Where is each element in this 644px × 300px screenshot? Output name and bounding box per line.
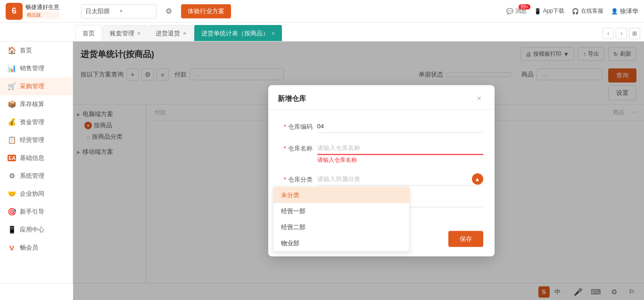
sidebar-item-operation-label: 经营管理	[20, 136, 44, 144]
sidebar-item-inventory-label: 库存核算	[20, 100, 44, 108]
avatar-icon: 👤	[611, 8, 618, 15]
logo-badge: 精品版	[25, 11, 59, 19]
tabbar: 首页 账套管理 × 进货退货 × 进货单统计表（按商品） × ‹ › ⊞	[0, 23, 644, 42]
tab-home-label: 首页	[83, 29, 95, 38]
collab-icon: 🤝	[8, 190, 16, 198]
logo-text: 畅捷通好生意	[25, 3, 59, 11]
sidebar-item-collab-label: 企业协同	[20, 190, 44, 198]
sidebar-item-basic-info[interactable]: EA 基础信息	[0, 149, 73, 167]
tab-purchase-return-close[interactable]: ×	[183, 30, 186, 37]
tab-purchase-stats-close[interactable]: ×	[272, 30, 275, 37]
user-avatar[interactable]: 👤 徐泽华	[611, 7, 638, 16]
system-icon: ⚙	[8, 172, 16, 180]
guide-icon: 🎯	[8, 208, 16, 216]
content-area: 进货单统计(按商品) 🖨 按模板打印 ▼ ↑ 导出 ↻ 刷新	[73, 42, 644, 300]
topbar-right: 💬 消息 99+ 📱 App下载 🎧 在线客服 👤 徐泽华	[506, 7, 638, 16]
topbar: 6 畅捷通好生意 精品版 日太阳膜 ▼ ⚙ 体验行业方案 💬 消息 99+ 📱 …	[0, 0, 644, 23]
modal-close-button[interactable]: ×	[474, 93, 485, 104]
category-dropdown: 未分类 经营一部 经营二部 物业部	[273, 187, 410, 252]
sidebar-item-vip[interactable]: V 畅会员	[0, 239, 73, 257]
sidebar-item-home[interactable]: 🏠 首页	[0, 42, 73, 59]
name-input[interactable]	[317, 142, 483, 155]
modal-header: 新增仓库 ×	[268, 85, 495, 110]
sidebar-item-collab[interactable]: 🤝 企业协同	[0, 185, 73, 203]
phone-icon: 📱	[534, 8, 541, 15]
dropdown-item-dept1[interactable]: 经营一部	[273, 203, 409, 219]
tab-accounts[interactable]: 账套管理 ×	[103, 25, 148, 41]
sidebar-item-sales[interactable]: 📊 销售管理	[0, 59, 73, 77]
store-arrow-icon: ▼	[119, 8, 152, 14]
store-name: 日太阳膜	[85, 7, 119, 16]
purchase-icon: 🛒	[8, 82, 16, 91]
sidebar-item-app-center[interactable]: 📱 应用中心	[0, 221, 73, 239]
try-button[interactable]: 体验行业方案	[181, 4, 231, 18]
finance-icon: 💰	[8, 118, 16, 126]
tab-purchase-return[interactable]: 进货退货 ×	[149, 25, 193, 41]
app-download-button[interactable]: 📱 App下载	[534, 7, 564, 15]
gear-icon: ⚙	[165, 7, 172, 16]
code-input[interactable]	[317, 120, 483, 133]
logo: 6 畅捷通好生意 精品版	[6, 3, 76, 20]
inventory-icon: 📦	[8, 100, 16, 108]
tab-accounts-close[interactable]: ×	[137, 30, 140, 37]
category-input[interactable]	[317, 173, 483, 186]
code-form-row: * 仓库编码	[280, 120, 483, 133]
settings-button[interactable]: ⚙	[161, 4, 176, 19]
sidebar-item-inventory[interactable]: 📦 库存核算	[0, 95, 73, 113]
sidebar-item-finance[interactable]: 💰 资金管理	[0, 113, 73, 131]
sales-icon: 📊	[8, 64, 16, 73]
operation-icon: 📋	[8, 136, 16, 144]
tab-purchase-return-label: 进货退货	[156, 29, 180, 38]
sidebar-item-home-label: 首页	[20, 46, 32, 55]
category-toggle-icon[interactable]: ▲	[472, 174, 483, 185]
modal-title: 新增仓库	[278, 94, 306, 103]
tab-home[interactable]: 首页	[75, 25, 102, 41]
tabbar-controls: ‹ › ⊞	[603, 28, 644, 41]
sidebar-item-app-center-label: 应用中心	[20, 225, 44, 234]
sidebar-item-system[interactable]: ⚙ 系统管理	[0, 167, 73, 185]
name-error-msg: 请输入仓库名称	[317, 156, 483, 164]
tab-purchase-stats-label: 进货单统计表（按商品）	[201, 29, 269, 38]
home-icon: 🏠	[8, 46, 16, 55]
dropdown-item-dept2[interactable]: 经营二部	[273, 219, 409, 235]
main-layout: 🏠 首页 📊 销售管理 🛒 采购管理 📦 库存核算 💰 资金管理 📋 经营管理 …	[0, 42, 644, 300]
name-control: 请输入仓库名称	[317, 142, 483, 164]
user-name: 徐泽华	[620, 7, 638, 16]
tab-next-btn[interactable]: ›	[616, 28, 627, 39]
name-form-row: * 仓库名称 请输入仓库名称	[280, 142, 483, 164]
save-button[interactable]: 保存	[448, 231, 483, 247]
category-form-row: * 仓库分类 ▲ 未分类 经营一部 经营二部 物业部	[280, 173, 483, 186]
dropdown-item-uncategorized[interactable]: 未分类	[273, 187, 409, 203]
tab-accounts-label: 账套管理	[110, 29, 134, 38]
sidebar-item-guide-label: 新手引导	[20, 208, 44, 216]
code-label: * 仓库编码	[280, 120, 313, 131]
dropdown-item-dept3[interactable]: 物业部	[273, 235, 409, 251]
sidebar-item-basic-info-label: 基础信息	[20, 154, 44, 162]
vip-icon: V	[8, 244, 16, 252]
code-control	[317, 120, 483, 133]
tab-menu-btn[interactable]: ⊞	[629, 28, 640, 39]
app-center-icon: 📱	[8, 225, 16, 234]
add-warehouse-modal: 新增仓库 × * 仓库编码 *	[268, 85, 495, 257]
category-control: ▲ 未分类 经营一部 经营二部 物业部	[317, 173, 483, 186]
basic-info-icon: EA	[8, 155, 16, 161]
message-button[interactable]: 💬 消息 99+	[506, 7, 527, 15]
store-selector[interactable]: 日太阳膜 ▼	[81, 4, 157, 18]
sidebar-item-operation[interactable]: 📋 经营管理	[0, 131, 73, 149]
sidebar: 🏠 首页 📊 销售管理 🛒 采购管理 📦 库存核算 💰 资金管理 📋 经营管理 …	[0, 42, 73, 300]
sidebar-item-sales-label: 销售管理	[20, 64, 44, 73]
sidebar-item-system-label: 系统管理	[20, 172, 44, 180]
name-label: * 仓库名称	[280, 142, 313, 153]
sidebar-item-purchase[interactable]: 🛒 采购管理	[0, 77, 73, 95]
tab-prev-btn[interactable]: ‹	[603, 28, 614, 39]
online-service-button[interactable]: 🎧 在线客服	[572, 7, 603, 15]
logo-icon: 6	[6, 3, 23, 20]
tab-purchase-stats[interactable]: 进货单统计表（按商品） ×	[194, 25, 282, 41]
sidebar-item-guide[interactable]: 🎯 新手引导	[0, 203, 73, 221]
message-icon: 💬	[506, 8, 513, 15]
sidebar-item-finance-label: 资金管理	[20, 118, 44, 126]
message-badge: 99+	[519, 4, 530, 9]
category-label: * 仓库分类	[280, 173, 313, 184]
sidebar-item-vip-label: 畅会员	[20, 243, 38, 252]
headphone-icon: 🎧	[572, 8, 579, 15]
